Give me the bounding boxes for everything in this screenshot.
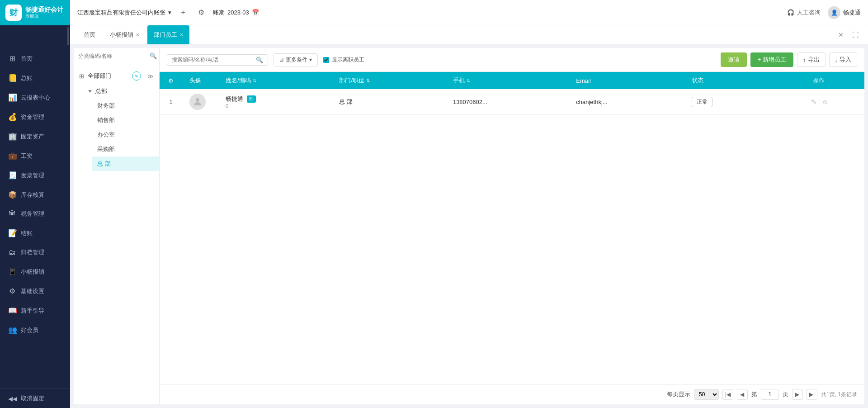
- tabs-actions: ✕ ⛶: [835, 29, 861, 40]
- sidebar-item-funds[interactable]: 💰 资金管理: [0, 107, 70, 127]
- all-departments-item[interactable]: ⊞ 全部部门 ✎ ≫: [74, 68, 159, 84]
- toolbar-right: 邀请 + 新增员工 ↑ 导出 ↓ 导入: [721, 52, 857, 67]
- expense-icon: 📱: [8, 267, 16, 276]
- home-icon: ⊞: [8, 54, 16, 63]
- prev-page-button[interactable]: ◀: [737, 389, 748, 400]
- row-email-cell: chanjethkj...: [569, 89, 684, 115]
- sidebar-item-home[interactable]: ⊞ 首页: [0, 49, 70, 68]
- dept-item-finance[interactable]: 财务部: [92, 99, 159, 113]
- page-number-input[interactable]: [761, 389, 779, 400]
- dept-head-zongbu[interactable]: 总部: [83, 84, 159, 99]
- sidebar-item-tax[interactable]: 🏛 税务管理: [0, 204, 70, 223]
- last-page-button[interactable]: ▶|: [807, 389, 817, 400]
- employee-search-icon[interactable]: 🔍: [256, 57, 263, 63]
- sidebar-item-reports[interactable]: 📊 云报表中心: [0, 88, 70, 107]
- sidebar-item-assets[interactable]: 🏢 固定资产: [0, 127, 70, 146]
- sidebar-item-salary-label: 工资: [21, 152, 33, 160]
- sidebar-item-archive-label: 归档管理: [21, 248, 44, 256]
- user-menu[interactable]: 👤 畅捷通: [828, 6, 861, 19]
- dept-search-box: 🔍: [74, 48, 159, 64]
- show-resigned-checkbox-label[interactable]: 显示离职员工: [323, 56, 364, 64]
- employee-dept-badge: 部: [247, 95, 256, 103]
- phone-sort-icon[interactable]: ⇅: [467, 78, 470, 83]
- dept-item-sales[interactable]: 销售部: [92, 113, 159, 128]
- add-company-button[interactable]: ＋: [177, 6, 189, 19]
- sidebar-item-home-label: 首页: [21, 55, 33, 63]
- add-employee-button[interactable]: + 新增员工: [750, 52, 793, 67]
- row-name-cell: 畅捷通 部 0: [218, 89, 332, 115]
- sidebar-item-salary[interactable]: 💼 工资: [0, 146, 70, 166]
- tax-icon: 🏛: [8, 210, 16, 218]
- dept-item-purchase[interactable]: 采购部: [92, 142, 159, 157]
- dept-sales-label: 销售部: [97, 116, 115, 124]
- sidebar-item-invoice[interactable]: 🧾 发票管理: [0, 166, 70, 185]
- company-selector[interactable]: 江西服宝精品有限责任公司内账张 ▾: [77, 9, 171, 17]
- settings-icon: ⚙: [8, 287, 16, 295]
- sidebar-item-guide[interactable]: 📖 新手引导: [0, 301, 70, 320]
- page-total: 共1页, 1条记录: [821, 391, 857, 399]
- settings-button[interactable]: ⚙: [195, 6, 208, 19]
- pin-icon: ◀◀: [8, 395, 17, 402]
- employee-table-container: ⚙ 头像 姓名/编码⇅ 部门/职位⇅ 手机⇅: [160, 72, 864, 384]
- tab-expense[interactable]: 小畅报销 ×: [104, 25, 146, 44]
- edit-employee-button[interactable]: ✎: [808, 97, 819, 106]
- sidebar-item-expense[interactable]: 📱 小畅报销: [0, 262, 70, 281]
- sidebar-item-inventory[interactable]: 📦 库存核算: [0, 185, 70, 204]
- table-settings-icon[interactable]: ⚙: [168, 77, 174, 84]
- show-resigned-checkbox[interactable]: [323, 57, 329, 63]
- import-label: 导入: [840, 56, 851, 64]
- sidebar-item-closing[interactable]: 📝 结账: [0, 223, 70, 243]
- dept-search-input[interactable]: [78, 53, 146, 59]
- sidebar-item-archive[interactable]: 🗂 归档管理: [0, 243, 70, 262]
- sidebar-item-member[interactable]: 👥 好会员: [0, 320, 70, 340]
- invite-button[interactable]: 邀请: [721, 52, 747, 67]
- sidebar-item-ledger[interactable]: 📒 总账: [0, 68, 70, 88]
- dept-item-general[interactable]: 总 部: [92, 157, 159, 171]
- sidebar-unpin-button[interactable]: ◀◀ 取消固定: [0, 389, 70, 408]
- dept-tree: ⊞ 全部部门 ✎ ≫ 总部 财务部: [74, 64, 159, 404]
- pagination: 每页显示 50 100 200 |◀ ◀ 第 页 ▶ ▶| 共1页, 1条记录: [160, 384, 864, 404]
- logo-title: 畅捷通好会计: [25, 6, 63, 14]
- tab-home[interactable]: 首页: [77, 25, 102, 44]
- expand-icon: [88, 90, 92, 93]
- tab-employees[interactable]: 部门员工 ×: [147, 25, 189, 44]
- consult-label: 人工咨询: [797, 9, 821, 17]
- next-page-button[interactable]: ▶: [792, 389, 803, 400]
- sidebar-item-reports-label: 云报表中心: [21, 94, 50, 102]
- first-page-button[interactable]: |◀: [722, 389, 733, 400]
- export-button[interactable]: ↑ 导出: [797, 52, 826, 67]
- dept-search-icon[interactable]: 🔍: [150, 52, 157, 59]
- import-button[interactable]: ↓ 导入: [829, 52, 858, 67]
- sidebar-item-ledger-label: 总账: [21, 74, 33, 82]
- consult-button[interactable]: 🎧 人工咨询: [787, 9, 821, 17]
- sidebar-item-guide-label: 新手引导: [21, 307, 44, 315]
- sidebar-footer-label: 取消固定: [21, 394, 44, 403]
- page-size-select[interactable]: 50 100 200: [694, 389, 719, 400]
- tab-expense-close[interactable]: ×: [136, 32, 139, 38]
- maximize-tab-button[interactable]: ⛶: [850, 29, 861, 40]
- collapse-icon[interactable]: ≫: [147, 73, 154, 80]
- dept-finance-label: 财务部: [97, 102, 115, 110]
- row-status-cell: 正常: [684, 89, 774, 115]
- filter-arrow-icon: ▾: [309, 57, 312, 63]
- employee-status: 正常: [692, 97, 712, 107]
- dept-sort-icon[interactable]: ⇅: [366, 78, 370, 83]
- dept-edit-button[interactable]: ✎: [132, 71, 141, 81]
- svg-point-0: [196, 98, 199, 102]
- sidebar-item-inventory-label: 库存核算: [21, 191, 44, 199]
- row-avatar-cell: [182, 89, 218, 115]
- table-header: ⚙ 头像 姓名/编码⇅ 部门/职位⇅ 手机⇅: [160, 72, 864, 89]
- more-filter-button[interactable]: ⊿ 更多条件 ▾: [274, 53, 318, 66]
- dept-item-office[interactable]: 办公室: [92, 128, 159, 142]
- dept-office-label: 办公室: [97, 131, 115, 139]
- employee-search-input[interactable]: [172, 57, 253, 63]
- calendar-icon[interactable]: 📅: [252, 9, 259, 16]
- close-tab-button[interactable]: ✕: [835, 29, 846, 40]
- tab-employees-close[interactable]: ×: [180, 32, 183, 38]
- logo-text-block: 畅捷通好会计 旗舰版: [25, 6, 63, 20]
- employee-name: 畅捷通: [226, 95, 243, 103]
- sidebar-item-settings[interactable]: ⚙ 基础设置: [0, 281, 70, 301]
- name-sort-icon[interactable]: ⇅: [253, 78, 256, 83]
- dept-zongbu-label: 总部: [95, 87, 107, 95]
- delete-employee-button[interactable]: ⎋: [821, 97, 830, 106]
